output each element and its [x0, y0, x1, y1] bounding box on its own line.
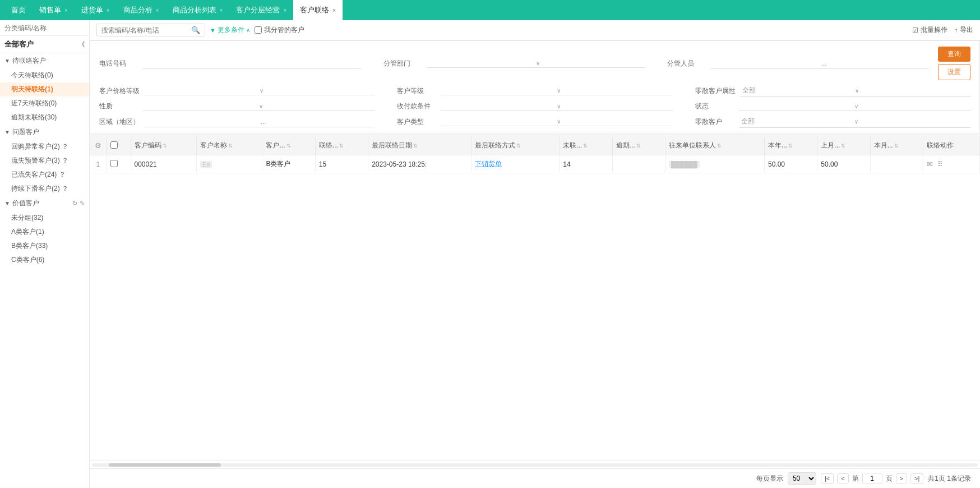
sidebar-item-7days[interactable]: 近7天待联络(0): [0, 96, 89, 111]
nav-customer-contact[interactable]: 客户联络 ×: [293, 0, 343, 20]
th-overdue[interactable]: 逾期... ⇅: [612, 136, 665, 155]
filter-region-dots[interactable]: ...: [261, 118, 373, 126]
row-action-more-icon[interactable]: ⠿: [937, 160, 943, 168]
filter-gender: 性质 ∨: [99, 102, 375, 111]
sidebar-item-class-c[interactable]: C类客户(6): [0, 253, 89, 267]
filter-manager-select[interactable]: ...: [711, 58, 929, 69]
sidebar-section-problem-title[interactable]: ▼ 问题客户: [0, 125, 89, 140]
filter-region-select[interactable]: ...: [144, 117, 375, 127]
sidebar-search-input[interactable]: [4, 24, 89, 32]
nav-customer-segment[interactable]: 客户分层经营 ×: [229, 0, 293, 20]
sidebar-item-today[interactable]: 今天待联络(0): [0, 68, 89, 82]
th-this-year[interactable]: 本年... ⇅: [764, 136, 817, 155]
row-checkbox[interactable]: [110, 160, 118, 167]
th-last-contact-method[interactable]: 最后联络方式 ⇅: [471, 136, 560, 155]
pending-arrow-icon: ▼: [4, 58, 10, 64]
nav-purchase[interactable]: 进货单 ×: [75, 0, 117, 20]
nav-product-analysis-close[interactable]: ×: [156, 7, 159, 13]
row-action-note-icon[interactable]: ✉: [927, 160, 933, 168]
per-page-select[interactable]: 50 100 200: [788, 472, 816, 485]
filter-phone-input[interactable]: [143, 58, 361, 69]
th-contact-count[interactable]: 联络... ⇅: [315, 136, 368, 155]
toolbar-search-input[interactable]: [101, 26, 191, 34]
pager-last-button[interactable]: >|: [910, 473, 923, 484]
filter-cust-type-select[interactable]: ∨: [441, 117, 672, 126]
nav-home[interactable]: 首页: [4, 0, 33, 20]
sidebar-section-value-title[interactable]: ▼ 价值客户 ↻ ✎: [0, 196, 89, 211]
filter-manager-dots[interactable]: ...: [821, 59, 927, 67]
filter-cust-price-grade-select[interactable]: ∨: [144, 86, 375, 95]
sort-this-year-icon: ⇅: [788, 143, 793, 149]
filter-cust-grade-select[interactable]: ∨: [441, 86, 672, 95]
row-last-month: 50.00: [817, 155, 870, 173]
filter-action-buttons: 查询 设置: [938, 47, 970, 80]
th-uncontacted[interactable]: 未联... ⇅: [560, 136, 612, 155]
sidebar-item-overdue[interactable]: 逾期未联络(30): [0, 111, 89, 125]
sidebar-all-customers[interactable]: 全部客户 《: [0, 36, 89, 53]
filter-status-select[interactable]: ∨: [739, 102, 970, 111]
filter-region-label: 区域（地区）: [99, 117, 140, 127]
pager-next-button[interactable]: >: [896, 473, 907, 484]
sidebar-item-abnormal-repurchase[interactable]: 回购异常客户(2) ？: [0, 140, 89, 154]
row-name: Ea: [197, 155, 262, 173]
value-refresh-icon[interactable]: ↻: [72, 200, 77, 207]
pager-first-button[interactable]: |<: [821, 473, 834, 484]
filter-cust-type: 客户类型 ∨: [397, 117, 672, 127]
th-this-month[interactable]: 本月... ⇅: [870, 136, 923, 155]
th-last-month[interactable]: 上月... ⇅: [817, 136, 870, 155]
nav-product-analysis-list-close[interactable]: ×: [220, 7, 223, 13]
toolbar-search-button[interactable]: 🔍: [191, 26, 200, 34]
sidebar-item-class-a[interactable]: A类客户(1): [0, 225, 89, 239]
filter-gender-select[interactable]: ∨: [143, 102, 375, 111]
filter-dept-select[interactable]: ∨: [427, 59, 645, 68]
cust-price-grade-dropdown-icon: ∨: [260, 88, 373, 94]
batch-op-button[interactable]: ☑ 批量操作: [912, 25, 947, 35]
action-icons-group: ✉ ⠿: [927, 160, 976, 168]
nav-sales-close[interactable]: ×: [64, 7, 68, 13]
setting-button[interactable]: 设置: [938, 64, 970, 80]
nav-customer-segment-close[interactable]: ×: [283, 7, 286, 13]
more-filter-button[interactable]: ▼ 更多条件 ∧: [210, 25, 250, 35]
th-partner-contact[interactable]: 往来单位联系人 ⇅: [665, 136, 764, 155]
filter-payment-select[interactable]: ∨: [441, 102, 672, 111]
row-this-month: [870, 155, 923, 173]
table-settings-icon[interactable]: ⚙: [95, 141, 101, 150]
my-customers-checkbox-label[interactable]: 我分管的客户: [255, 25, 304, 35]
query-button[interactable]: 查询: [938, 47, 970, 62]
filter-retail-attr-select[interactable]: 全部 ∨: [740, 85, 970, 97]
th-customer-type[interactable]: 客户... ⇅: [262, 136, 315, 155]
toolbar-search-bar: 🔍: [96, 24, 205, 36]
pagination-footer: 每页显示 50 100 200 |< < 第 页 > >| 共1页 1条记录: [90, 468, 980, 488]
nav-product-analysis[interactable]: 商品分析 ×: [117, 0, 166, 20]
filter-row-4: 区域（地区） ... 客户类型 ∨ 零散客户 全部: [99, 116, 970, 128]
sidebar-item-tomorrow[interactable]: 明天待联络(1): [0, 82, 89, 96]
sidebar-item-declining[interactable]: 持续下滑客户(2) ？: [0, 182, 89, 196]
sidebar-item-churned[interactable]: 已流失客户(24) ？: [0, 168, 89, 182]
value-edit-icon[interactable]: ✎: [80, 200, 85, 207]
nav-customer-contact-close[interactable]: ×: [332, 7, 336, 13]
th-customer-code[interactable]: 客户编码 ⇅: [131, 136, 196, 155]
nav-purchase-close[interactable]: ×: [107, 7, 110, 13]
nav-product-analysis-list[interactable]: 商品分析列表 ×: [166, 0, 230, 20]
nav-sales[interactable]: 销售单 ×: [33, 0, 75, 20]
sidebar-section-pending-title[interactable]: ▼ 待联络客户: [0, 53, 89, 68]
row-last-contact-method: 下销货单: [471, 155, 560, 173]
toolbar-right-actions: ☑ 批量操作 ↑ 导出: [912, 25, 973, 35]
my-customers-checkbox[interactable]: [255, 26, 262, 34]
scrollbar-thumb[interactable]: [109, 463, 221, 467]
total-records-label: 共1页 1条记录: [928, 474, 971, 484]
sort-last-method-icon: ⇅: [516, 143, 521, 149]
filter-cust-price-grade: 客户价格等级 ∨: [99, 86, 375, 96]
sidebar-item-ungrouped[interactable]: 未分组(32): [0, 211, 89, 225]
horizontal-scrollbar[interactable]: [90, 461, 980, 468]
filter-cust-price-grade-label: 客户价格等级: [99, 86, 140, 96]
export-button[interactable]: ↑ 导出: [954, 25, 973, 35]
select-all-checkbox[interactable]: [110, 141, 118, 149]
sidebar-item-churn-warning[interactable]: 流失预警客户(3) ？: [0, 154, 89, 168]
pager-prev-button[interactable]: <: [837, 473, 848, 484]
th-last-contact-date[interactable]: 最后联络日期 ⇅: [368, 136, 471, 155]
th-customer-name[interactable]: 客户名称 ⇅: [197, 136, 262, 155]
page-input[interactable]: [862, 473, 882, 484]
filter-retail-cust-select[interactable]: 全部 ∨: [739, 116, 970, 128]
sidebar-item-class-b[interactable]: B类客户(33): [0, 239, 89, 253]
